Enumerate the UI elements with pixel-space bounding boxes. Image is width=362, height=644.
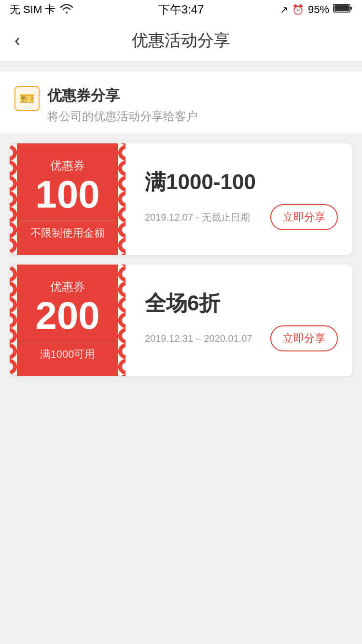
coupon-condition-1: 不限制使用金额 (30, 226, 105, 240)
back-button[interactable]: ‹ (14, 30, 20, 51)
page-title: 优惠活动分享 (132, 29, 230, 52)
location-icon: ↗ (280, 4, 288, 15)
svg-rect-2 (334, 5, 349, 11)
coupon-condition-2: 满1000可用 (40, 347, 96, 362)
status-right: ↗ ⏰ 95% (280, 3, 352, 16)
share-button-1[interactable]: 立即分享 (270, 204, 338, 230)
coupon-divider-1 (19, 221, 116, 221)
coupon-bottom-row-2: 2019.12.31 – 2020.01.07 立即分享 (145, 325, 338, 351)
nav-bar: ‹ 优惠活动分享 (0, 19, 362, 62)
coupon-type-1: 优惠券 (50, 158, 85, 173)
coupon-bottom-row-1: 2019.12.07 - 无截止日期 立即分享 (145, 204, 338, 230)
section-title: 优惠券分享 (47, 86, 198, 106)
section-subtitle: 将公司的优惠活动分享给客户 (47, 109, 198, 124)
coupon-type-2: 优惠券 (50, 279, 85, 294)
coupon-card: 优惠券 100 不限制使用金额 满1000-100 2019.12.07 - 无… (10, 143, 352, 255)
wifi-icon (59, 3, 74, 16)
coupon-card-2: 优惠券 200 满1000可用 全场6折 2019.12.31 – 2020.0… (10, 265, 352, 376)
coupon-right-2: 全场6折 2019.12.31 – 2020.01.07 立即分享 (125, 265, 352, 376)
coupon-divider-2 (19, 342, 116, 342)
status-time: 下午3:47 (158, 2, 204, 17)
battery-icon (333, 3, 352, 16)
svg-rect-1 (350, 7, 352, 10)
empty-area (0, 376, 362, 617)
coupon-left-1: 优惠券 100 不限制使用金额 (10, 143, 125, 255)
section-icon: 🎫 (14, 86, 40, 111)
coupon-name-1: 满1000-100 (145, 168, 338, 196)
alarm-icon: ⏰ (292, 4, 304, 15)
coupon-left-2: 优惠券 200 满1000可用 (10, 265, 125, 376)
coupon-right-1: 满1000-100 2019.12.07 - 无截止日期 立即分享 (125, 143, 352, 255)
coupon-amount-2: 200 (35, 296, 99, 335)
status-left: 无 SIM 卡 (10, 2, 74, 17)
section-header: 🎫 优惠券分享 将公司的优惠活动分享给客户 (0, 71, 362, 134)
share-button-2[interactable]: 立即分享 (270, 325, 338, 351)
coupon-list: 优惠券 100 不限制使用金额 满1000-100 2019.12.07 - 无… (0, 134, 362, 376)
coupon-name-2: 全场6折 (145, 289, 338, 318)
coupon-date-1: 2019.12.07 - 无截止日期 (145, 211, 250, 224)
coupon-date-2: 2019.12.31 – 2020.01.07 (145, 333, 252, 344)
status-bar: 无 SIM 卡 下午3:47 ↗ ⏰ 95% (0, 0, 362, 19)
section-text: 优惠券分享 将公司的优惠活动分享给客户 (47, 86, 198, 124)
battery-text: 95% (308, 3, 329, 16)
no-sim-text: 无 SIM 卡 (10, 2, 56, 17)
coupon-amount-1: 100 (35, 175, 99, 214)
